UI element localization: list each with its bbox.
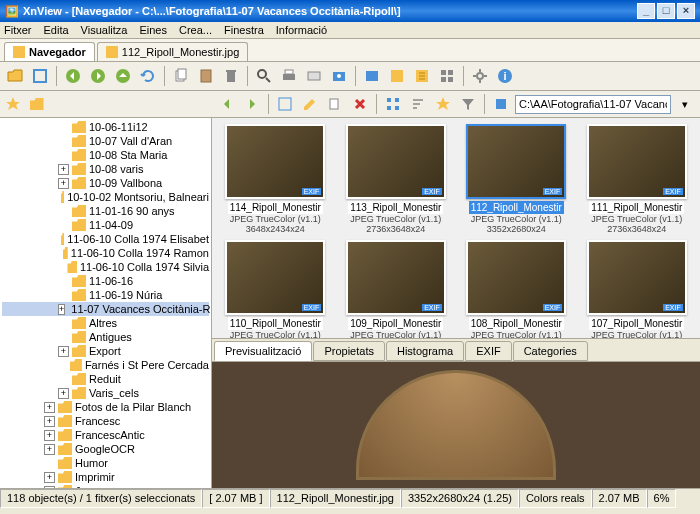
menu-eines[interactable]: Eines — [139, 24, 167, 36]
tree-item[interactable]: 10-06-11i12 — [2, 120, 209, 134]
sort-button[interactable] — [407, 93, 429, 115]
delete-button[interactable] — [220, 65, 242, 87]
tree-expand-icon[interactable]: + — [58, 304, 65, 315]
preview-tab-histograma[interactable]: Histograma — [386, 341, 464, 361]
batch-button[interactable] — [411, 65, 433, 87]
capture-button[interactable] — [328, 65, 350, 87]
tree-item[interactable]: +10-09 Vallbona — [2, 176, 209, 190]
tree-item[interactable]: Antigues — [2, 330, 209, 344]
menu-crea...[interactable]: Crea... — [179, 24, 212, 36]
tree-item[interactable]: 10-08 Sta Maria — [2, 148, 209, 162]
tree-item[interactable]: +GoogleOCR — [2, 442, 209, 456]
tree-expand-icon[interactable]: + — [58, 388, 69, 399]
nav-back-button[interactable] — [216, 93, 238, 115]
refresh-button[interactable] — [137, 65, 159, 87]
menu-visualitza[interactable]: Visualitza — [81, 24, 128, 36]
menu-fitxer[interactable]: Fitxer — [4, 24, 32, 36]
tag-button[interactable] — [490, 93, 512, 115]
tree-item[interactable]: +Fotos de la Pilar Blanch — [2, 400, 209, 414]
tree-item[interactable]: +Joan — [2, 484, 209, 488]
info-button[interactable]: i — [494, 65, 516, 87]
search-button[interactable] — [253, 65, 275, 87]
edit-button[interactable] — [299, 93, 321, 115]
svg-rect-0 — [34, 70, 46, 82]
star-button[interactable] — [432, 93, 454, 115]
preview-tab-previsualització[interactable]: Previsualització — [214, 341, 312, 361]
tree-expand-icon[interactable]: + — [44, 430, 55, 441]
thumbnail[interactable]: EXIF108_Ripoll_MonestirJPEG TrueColor (v… — [459, 240, 574, 338]
folder-tree[interactable]: 10-06-11i1210-07 Vall d'Aran10-08 Sta Ma… — [0, 118, 212, 488]
tree-item[interactable]: 11-06-16 — [2, 274, 209, 288]
menu-finestra[interactable]: Finestra — [224, 24, 264, 36]
up-button[interactable] — [112, 65, 134, 87]
tree-item[interactable]: Humor — [2, 456, 209, 470]
forward-button[interactable] — [87, 65, 109, 87]
tree-item[interactable]: 11-04-09 — [2, 218, 209, 232]
thumbnail[interactable]: EXIF114_Ripoll_MonestirJPEG TrueColor (v… — [218, 124, 333, 234]
menu-edita[interactable]: Edita — [44, 24, 69, 36]
tree-expand-icon[interactable]: + — [44, 416, 55, 427]
thumbnail[interactable]: EXIF112_Ripoll_MonestirJPEG TrueColor (v… — [459, 124, 574, 234]
tree-item[interactable]: 10-10-02 Montsoriu, Balneari — [2, 190, 209, 204]
tree-item[interactable]: 11-01-16 90 anys — [2, 204, 209, 218]
tab-navegador[interactable]: Navegador — [4, 42, 95, 61]
tree-item[interactable]: 11-06-10 Colla 1974 Elisabet — [2, 232, 209, 246]
preview-tab-exif[interactable]: EXIF — [465, 341, 511, 361]
thumbnail[interactable]: EXIF111_Ripoll_MonestirJPEG TrueColor (v… — [580, 124, 695, 234]
tree-item[interactable]: Farnés i St Pere Cercada — [2, 358, 209, 372]
preview-tab-categories[interactable]: Categories — [513, 341, 588, 361]
tree-expand-icon[interactable]: + — [44, 402, 55, 413]
tree-item[interactable]: +10-08 varis — [2, 162, 209, 176]
address-bar[interactable] — [515, 95, 671, 114]
tree-item[interactable]: 11-06-10 Colla 1974 Silvia — [2, 260, 209, 274]
menu-informació[interactable]: Informació — [276, 24, 327, 36]
remove-button[interactable] — [349, 93, 371, 115]
favorites-button[interactable] — [2, 93, 24, 115]
tab-112_ripoll_monestir-jpg[interactable]: 112_Ripoll_Monestir.jpg — [97, 42, 248, 61]
fullscreen-button[interactable] — [29, 65, 51, 87]
back-button[interactable] — [62, 65, 84, 87]
settings-button[interactable] — [469, 65, 491, 87]
convert-button[interactable] — [386, 65, 408, 87]
tree-item[interactable]: +FrancescAntic — [2, 428, 209, 442]
tree-expand-icon[interactable]: + — [44, 486, 55, 489]
tree-item[interactable]: +Francesc — [2, 414, 209, 428]
tree-item[interactable]: +11-07 Vacances Occitània-Rip — [2, 302, 209, 316]
tree-item[interactable]: +Imprimir — [2, 470, 209, 484]
thumbnail[interactable]: EXIF107_Ripoll_MonestirJPEG TrueColor (v… — [580, 240, 695, 338]
maximize-button[interactable]: □ — [657, 3, 675, 19]
close-button[interactable]: × — [677, 3, 695, 19]
preview-tab-propietats[interactable]: Propietats — [313, 341, 385, 361]
tree-item[interactable]: 11-06-10 Colla 1974 Ramon — [2, 246, 209, 260]
tree-item[interactable]: +Varis_cels — [2, 386, 209, 400]
copy2-button[interactable] — [324, 93, 346, 115]
slideshow-button[interactable] — [361, 65, 383, 87]
thumbnail[interactable]: EXIF110_Ripoll_MonestirJPEG TrueColor (v… — [218, 240, 333, 338]
filter-button[interactable] — [457, 93, 479, 115]
grid-button[interactable] — [436, 65, 458, 87]
copy-button[interactable] — [170, 65, 192, 87]
tree-item[interactable]: Altres — [2, 316, 209, 330]
paste-button[interactable] — [195, 65, 217, 87]
tree-expand-icon[interactable]: + — [44, 444, 55, 455]
minimize-button[interactable]: _ — [637, 3, 655, 19]
print-button[interactable] — [278, 65, 300, 87]
tree-item[interactable]: +Export — [2, 344, 209, 358]
nav-forward-button[interactable] — [241, 93, 263, 115]
open-button[interactable] — [4, 65, 26, 87]
tree-expand-icon[interactable]: + — [58, 178, 69, 189]
go-button[interactable]: ▾ — [674, 93, 696, 115]
folder-button[interactable] — [27, 93, 49, 115]
tree-item[interactable]: 10-07 Vall d'Aran — [2, 134, 209, 148]
tree-expand-icon[interactable]: + — [44, 472, 55, 483]
tree-expand-icon[interactable]: + — [58, 346, 69, 357]
thumbnail-grid[interactable]: EXIF114_Ripoll_MonestirJPEG TrueColor (v… — [212, 118, 700, 338]
tree-item[interactable]: Reduit — [2, 372, 209, 386]
scan-button[interactable] — [303, 65, 325, 87]
thumbs-button[interactable] — [382, 93, 404, 115]
thumbnail[interactable]: EXIF113_Ripoll_MonestirJPEG TrueColor (v… — [339, 124, 454, 234]
tree-item[interactable]: 11-06-19 Núria — [2, 288, 209, 302]
tree-expand-icon[interactable]: + — [58, 164, 69, 175]
view-button[interactable] — [274, 93, 296, 115]
thumbnail[interactable]: EXIF109_Ripoll_MonestirJPEG TrueColor (v… — [339, 240, 454, 338]
